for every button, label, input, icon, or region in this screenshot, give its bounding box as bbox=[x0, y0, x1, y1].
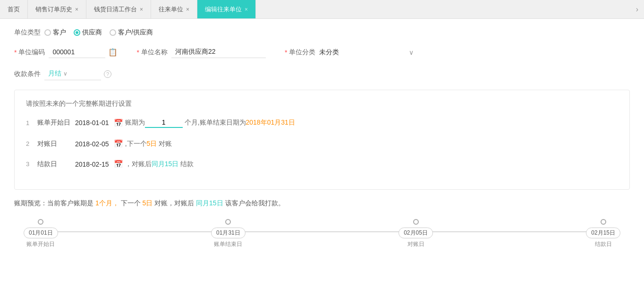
period-date-1: 2018-01-01 bbox=[75, 119, 109, 127]
chevron-down-icon: ∨ bbox=[63, 70, 68, 77]
period-row-1: 1 账单开始日 2018-01-01 📅 账期为 个月,账单结束日期为 2018… bbox=[26, 118, 618, 128]
radio-label-supplier: 供应商 bbox=[82, 28, 102, 37]
period-desc2-3: 结款 bbox=[180, 160, 194, 169]
close-icon[interactable]: × bbox=[75, 6, 78, 13]
unit-category-label: 单位分类 bbox=[289, 48, 315, 57]
info-icon[interactable]: ? bbox=[104, 70, 111, 78]
period-title: 请按照未来的一个完整帐期进行设置 bbox=[26, 100, 618, 108]
period-day-highlight-2: 5日 bbox=[147, 140, 157, 148]
chevron-down-icon: ∨ bbox=[409, 49, 414, 56]
timeline-sub-label-2: 账单结束日 bbox=[214, 240, 242, 248]
timeline-dot-1 bbox=[38, 219, 43, 225]
unit-category-select[interactable]: 未分类 ∨ bbox=[319, 48, 414, 57]
unit-code-input[interactable] bbox=[49, 46, 105, 58]
radio-circle-both bbox=[110, 29, 116, 36]
radio-both[interactable]: 客户/供应商 bbox=[110, 28, 153, 37]
period-label-2: 对账日 bbox=[37, 140, 75, 148]
period-desc-suffix-1: 个月,账单结束日期为 bbox=[185, 118, 246, 127]
period-row-2: 2 对账日 2018-02-05 📅 ,下一个 5日 对账 bbox=[26, 139, 618, 148]
timeline-points: 01月01日 账单开始日 01月31日 账单结束日 02月05日 对账日 02月… bbox=[24, 219, 620, 248]
unit-category-group: * 单位分类 未分类 ∨ bbox=[285, 48, 414, 57]
period-desc-prefix-1: 账期为 bbox=[125, 118, 145, 127]
timeline-dot-4 bbox=[601, 219, 606, 225]
radio-supplier[interactable]: 供应商 bbox=[74, 28, 102, 37]
period-label-1: 账单开始日 bbox=[37, 118, 75, 127]
calendar-icon-1[interactable]: 📅 bbox=[114, 118, 123, 127]
close-icon[interactable]: × bbox=[245, 6, 248, 13]
payment-terms-row: 收款条件 月结 ∨ ? bbox=[14, 68, 630, 80]
timeline-sub-label-3: 对账日 bbox=[407, 240, 424, 248]
period-desc-3: ，对账后 bbox=[125, 160, 152, 169]
tab-bar: 首页 销售订单历史 × 钱货日清工作台 × 往来单位 × 编辑往来单位 × › bbox=[0, 0, 644, 19]
period-end-date-highlight: 2018年01月31日 bbox=[246, 118, 295, 127]
preview-prefix: 账期预览：当前客户账期是 bbox=[14, 199, 93, 207]
period-num-3: 3 bbox=[26, 160, 37, 168]
preview-part2-suffix: 对账，对账后 bbox=[154, 199, 194, 207]
period-date-3: 2018-02-15 bbox=[75, 160, 109, 168]
unit-name-group: * 单位名称 bbox=[136, 46, 265, 58]
timeline-point-4: 02月15日 结款日 bbox=[586, 219, 620, 248]
unit-name-label: 单位名称 bbox=[141, 48, 168, 57]
tab-more-button[interactable]: › bbox=[630, 5, 644, 14]
period-desc-2: ,下一个 bbox=[125, 140, 147, 148]
timeline-sub-label-1: 账单开始日 bbox=[26, 240, 55, 248]
tab-edit-partner[interactable]: 编辑往来单位 × bbox=[197, 0, 256, 18]
period-num-1: 1 bbox=[26, 119, 37, 127]
timeline-sub-label-4: 结款日 bbox=[595, 240, 612, 248]
radio-customer[interactable]: 客户 bbox=[44, 28, 66, 37]
unit-type-radio-group: 客户 供应商 客户/供应商 bbox=[44, 28, 153, 37]
timeline-point-2: 01月31日 账单结束日 bbox=[211, 219, 246, 248]
tab-home[interactable]: 首页 bbox=[0, 0, 28, 18]
unit-code-group: * 单位编码 📋 bbox=[14, 46, 118, 58]
timeline-label-box-2: 01月31日 bbox=[211, 228, 246, 238]
timeline-point-1: 01月01日 账单开始日 bbox=[24, 219, 58, 248]
unit-details-row: * 单位编码 📋 * 单位名称 * 单位分类 未分类 ∨ bbox=[14, 46, 630, 58]
unit-type-label: 单位类型 bbox=[14, 28, 41, 37]
unit-category-value: 未分类 bbox=[319, 48, 409, 57]
timeline-label-box-4: 02月15日 bbox=[586, 228, 620, 238]
period-label-3: 结款日 bbox=[37, 160, 75, 169]
calendar-icon-2[interactable]: 📅 bbox=[114, 139, 123, 148]
radio-circle-customer bbox=[44, 29, 51, 36]
copy-icon[interactable]: 📋 bbox=[108, 48, 118, 57]
period-date-2: 2018-02-05 bbox=[75, 140, 109, 148]
period-desc2-2: 对账 bbox=[159, 140, 172, 148]
close-icon[interactable]: × bbox=[140, 6, 143, 13]
main-content: 单位类型 客户 供应商 客户/供应商 * 单位编码 📋 * 单位名称 bbox=[0, 19, 644, 287]
tab-partner[interactable]: 往来单位 × bbox=[151, 0, 197, 18]
payment-terms-dropdown[interactable]: 月结 ∨ bbox=[44, 68, 101, 80]
timeline-point-3: 02月05日 对账日 bbox=[398, 219, 433, 248]
radio-label-both: 客户/供应商 bbox=[118, 28, 153, 37]
close-icon[interactable]: × bbox=[186, 6, 189, 13]
payment-terms-label: 收款条件 bbox=[14, 70, 41, 78]
timeline-label-box-1: 01月01日 bbox=[24, 228, 58, 238]
radio-label-customer: 客户 bbox=[53, 28, 66, 37]
timeline-dot-3 bbox=[413, 219, 419, 225]
payment-terms-value: 月结 bbox=[48, 69, 61, 78]
month-input[interactable] bbox=[145, 118, 183, 128]
preview-part1: 1个月， bbox=[95, 199, 119, 207]
timeline-dot-2 bbox=[225, 219, 231, 225]
timeline-section: 01月01日 账单开始日 01月31日 账单结束日 02月05日 对账日 02月… bbox=[14, 219, 630, 248]
period-settings-box: 请按照未来的一个完整帐期进行设置 1 账单开始日 2018-01-01 📅 账期… bbox=[14, 90, 630, 190]
preview-part3-highlight: 同月15日 bbox=[196, 199, 223, 207]
unit-code-label: 单位编码 bbox=[18, 48, 45, 57]
unit-type-row: 单位类型 客户 供应商 客户/供应商 bbox=[14, 28, 630, 37]
preview-section: 账期预览：当前客户账期是 1个月， 下一个 5日 对账，对账后 同月15日 该客… bbox=[14, 199, 630, 208]
tab-cash-work[interactable]: 钱货日清工作台 × bbox=[86, 0, 151, 18]
preview-part2-prefix: 下一个 bbox=[121, 199, 141, 207]
timeline-label-box-3: 02月05日 bbox=[398, 228, 433, 238]
radio-circle-supplier bbox=[74, 29, 80, 36]
calendar-icon-3[interactable]: 📅 bbox=[114, 160, 123, 169]
period-day-highlight-3: 同月15日 bbox=[152, 160, 179, 169]
period-row-3: 3 结款日 2018-02-15 📅 ，对账后 同月15日 结款 bbox=[26, 160, 618, 169]
period-num-2: 2 bbox=[26, 140, 37, 147]
tab-sales-order-history[interactable]: 销售订单历史 × bbox=[28, 0, 86, 18]
preview-suffix: 该客户会给我打款。 bbox=[225, 199, 285, 207]
unit-name-input[interactable] bbox=[171, 46, 266, 58]
preview-part2-highlight: 5日 bbox=[142, 199, 153, 207]
